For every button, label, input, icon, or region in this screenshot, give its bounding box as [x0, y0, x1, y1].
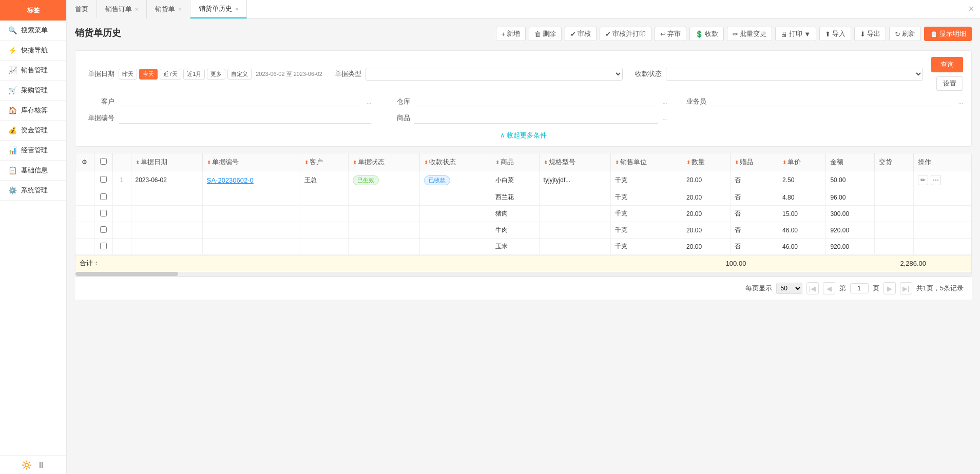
date-shortcut-yesterday[interactable]: 昨天 — [119, 69, 137, 80]
sidebar-item-inventory[interactable]: 🏠 库存核算 — [0, 101, 66, 121]
refresh-label: 刷新 — [902, 29, 915, 38]
prev-page-button[interactable]: ◀ — [823, 282, 835, 294]
date-shortcut-more[interactable]: 更多 — [207, 69, 225, 80]
tab-sales-order-close[interactable]: × — [135, 6, 138, 12]
abandon-button[interactable]: ↩ 弃审 — [655, 27, 686, 41]
page-number-input[interactable] — [850, 283, 869, 293]
sidebar-item-label: 快捷导航 — [21, 46, 48, 55]
batch-change-button[interactable]: ✏ 批量变更 — [727, 27, 772, 41]
col-customer-header[interactable]: ⬍客户 — [300, 153, 348, 171]
date-shortcut-custom[interactable]: 自定义 — [227, 69, 252, 80]
customer-input[interactable] — [119, 96, 362, 107]
warehouse-input[interactable] — [414, 96, 658, 107]
col-goods-header[interactable]: ⬍商品 — [491, 153, 539, 171]
row-checkbox-cell[interactable] — [94, 171, 112, 189]
col-date-header[interactable]: ⬍单据日期 — [131, 153, 202, 171]
settings-button[interactable]: 设置 — [936, 76, 963, 91]
row-checkbox[interactable] — [100, 226, 107, 233]
last-page-button[interactable]: ▶| — [900, 282, 912, 294]
salesperson-input[interactable] — [710, 96, 954, 107]
base-info-icon: 📋 — [8, 166, 17, 174]
collect-button[interactable]: 💲 收款 — [689, 27, 724, 41]
row-gift-cell: 否 — [730, 171, 778, 189]
col-unit-header[interactable]: ⬍销售单位 — [610, 153, 682, 171]
tab-sales-delivery[interactable]: 销货单 × — [147, 0, 190, 18]
sidebar-item-system[interactable]: ⚙️ 系统管理 — [0, 181, 66, 201]
col-gift-header[interactable]: ⬍赠品 — [730, 153, 778, 171]
horizontal-scrollbar[interactable] — [75, 272, 971, 276]
next-page-button[interactable]: ▶ — [883, 282, 896, 294]
col-unitprice-header[interactable]: ⬍单价 — [778, 153, 825, 171]
query-button[interactable]: 查询 — [931, 57, 963, 72]
col-checkbox-header[interactable] — [94, 153, 112, 171]
delete-button[interactable]: 🗑 删除 — [529, 27, 562, 41]
more-action-btn[interactable]: ⋯ — [931, 175, 941, 185]
date-filter-label: 单据日期 — [84, 69, 114, 78]
sidebar-item-finance[interactable]: 💰 资金管理 — [0, 121, 66, 141]
col-docstatus-header[interactable]: ⬍单据状态 — [348, 153, 419, 171]
add-button[interactable]: + 新增 — [496, 27, 526, 41]
approve-print-button[interactable]: ✔ 审核并打印 — [600, 27, 651, 41]
col-paymentstatus-header[interactable]: ⬍收款状态 — [419, 153, 491, 171]
tab-sales-history[interactable]: 销货单历史 × — [190, 0, 247, 18]
import-button[interactable]: ⬆ 导入 — [819, 27, 851, 41]
export-icon: ⬇ — [860, 30, 866, 38]
sidebar-item-purchase[interactable]: 🛒 采购管理 — [0, 81, 66, 101]
select-all-checkbox[interactable] — [100, 158, 107, 165]
col-qty-header[interactable]: ⬍数量 — [682, 153, 730, 171]
row-checkbox[interactable] — [100, 193, 107, 200]
export-button[interactable]: ⬇ 导出 — [854, 27, 886, 41]
filter-collapse-btn[interactable]: ∧ 收起更多条件 — [84, 129, 963, 140]
sidebar: 标签 🔍 搜索菜单 ⚡ 快捷导航 📈 销售管理 🛒 采购管理 🏠 库存核算 💰 … — [0, 0, 67, 474]
tab-sales-delivery-close[interactable]: × — [178, 6, 181, 12]
col-unit-label: 销售单位 — [620, 158, 647, 166]
goods-picker-icon[interactable]: ... — [662, 115, 667, 121]
doc-no-input[interactable] — [119, 112, 371, 124]
sidebar-item-quick-nav[interactable]: ⚡ 快捷导航 — [0, 41, 66, 61]
row-checkbox-cell[interactable] — [94, 239, 112, 255]
row-date-cell — [131, 222, 202, 239]
sort-unit-icon: ⬍ — [615, 160, 619, 165]
date-shortcut-1month[interactable]: 近1月 — [183, 69, 205, 80]
sidebar-item-search[interactable]: 🔍 搜索菜单 — [0, 21, 66, 41]
date-shortcut-7days[interactable]: 近7天 — [160, 69, 181, 80]
sidebar-item-sales[interactable]: 📈 销售管理 — [0, 61, 66, 81]
doc-no-link[interactable]: SA-20230602-0 — [207, 176, 254, 184]
doc-type-select[interactable] — [366, 68, 623, 81]
row-checkbox[interactable] — [100, 243, 107, 249]
row-checkbox-cell[interactable] — [94, 189, 112, 206]
tab-home[interactable]: 首页 — [67, 0, 97, 18]
refresh-button[interactable]: ↻ 刷新 — [889, 27, 921, 41]
warehouse-filter-label: 仓库 — [379, 97, 410, 106]
row-checkbox-cell[interactable] — [94, 206, 112, 222]
sidebar-item-operations[interactable]: 📊 经营管理 — [0, 141, 66, 161]
row-unitprice-cell: 15.00 — [778, 206, 825, 222]
warehouse-picker-icon[interactable]: ... — [662, 98, 667, 105]
customer-picker-icon[interactable]: ... — [367, 98, 371, 105]
tab-sales-order[interactable]: 销售订单 × — [97, 0, 147, 18]
goods-input[interactable] — [414, 112, 658, 124]
print-button[interactable]: 🖨 打印 ▼ — [775, 27, 816, 41]
pause-icon[interactable]: ⏸ — [37, 461, 45, 470]
row-qty-cell: 20.00 — [682, 189, 730, 206]
brightness-icon[interactable]: 🔆 — [22, 460, 32, 470]
edit-action-btn[interactable]: ✏ — [918, 175, 928, 185]
sidebar-item-base-info[interactable]: 📋 基础信息 — [0, 161, 66, 181]
approve-button[interactable]: ✔ 审核 — [565, 27, 597, 41]
per-page-select[interactable]: 50 100 — [776, 283, 802, 294]
col-docno-header[interactable]: ⬍单据编号 — [202, 153, 300, 171]
salesperson-picker-icon[interactable]: ... — [958, 98, 963, 105]
row-checkbox[interactable] — [100, 210, 107, 216]
data-table: ⚙ ⬍单据日期 ⬍单据编号 ⬍客户 ⬍单据状态 ⬍收款状态 ⬍商品 ⬍规格型号 … — [75, 153, 971, 255]
first-page-button[interactable]: |◀ — [806, 282, 819, 294]
tab-sales-history-close[interactable]: × — [235, 6, 238, 12]
date-shortcut-today[interactable]: 今天 — [139, 69, 158, 80]
row-checkbox[interactable] — [100, 176, 107, 183]
col-spec-header[interactable]: ⬍规格型号 — [539, 153, 610, 171]
tabs-close-all[interactable]: × — [968, 4, 980, 14]
show-details-button[interactable]: 📋 显示明细 — [924, 27, 972, 41]
warehouse-filter-field: 仓库 ... — [379, 96, 667, 107]
col-settings-header[interactable]: ⚙ — [75, 153, 94, 171]
row-checkbox-cell[interactable] — [94, 222, 112, 239]
payment-status-select[interactable] — [666, 68, 923, 81]
